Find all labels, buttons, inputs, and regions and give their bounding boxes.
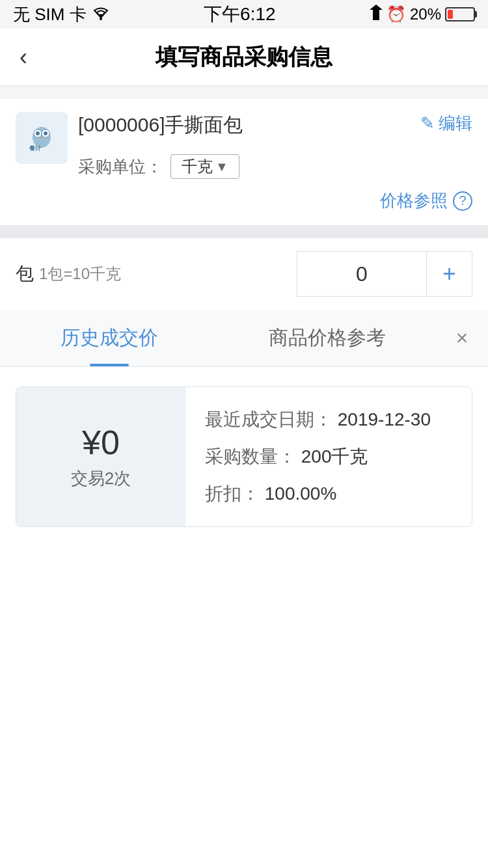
tab-close-button[interactable]: × [436, 310, 488, 366]
product-card: 餐计 [0000006]手撕面包 采购单位： 千克 ▼ ✎ 编辑 [0, 99, 488, 225]
carrier-label: 无 SIM 卡 [13, 3, 87, 26]
price-transactions: 交易2次 [71, 467, 131, 490]
back-button[interactable]: ‹ [13, 37, 34, 77]
tab-product-label: 商品价格参考 [269, 325, 386, 351]
price-details: 最近成交日期： 2019-12-30 采购数量： 200千克 折扣： 100.0… [185, 387, 472, 526]
product-left: 餐计 [0000006]手撕面包 采购单位： 千克 ▼ [16, 112, 243, 179]
recent-date-value: 2019-12-30 [338, 409, 431, 429]
tab-product-price-ref[interactable]: 商品价格参考 [218, 310, 436, 366]
svg-point-0 [100, 18, 102, 20]
status-time: 下午6:12 [204, 2, 276, 27]
price-summary: ¥0 交易2次 [16, 387, 185, 526]
product-unit-row: 采购单位： 千克 ▼ [78, 154, 243, 179]
price-card: ¥0 交易2次 最近成交日期： 2019-12-30 采购数量： 200千克 折… [16, 387, 472, 527]
unit-selector[interactable]: 千克 ▼ [170, 154, 239, 179]
battery-icon [445, 7, 475, 21]
wifi-icon [92, 5, 110, 25]
svg-point-5 [44, 131, 47, 135]
tab-history-label: 历史成交价 [61, 325, 158, 351]
page-title: 填写商品采购信息 [156, 42, 332, 72]
product-header: 餐计 [0000006]手撕面包 采购单位： 千克 ▼ ✎ 编辑 [16, 112, 472, 179]
discount-row: 折扣： 100.00% [205, 481, 452, 506]
tab-history-price[interactable]: 历史成交价 [0, 310, 218, 366]
product-thumbnail: 餐计 [16, 112, 68, 164]
panel-area: 历史成交价 商品价格参考 × ¥0 交易2次 最近成交日期： 2019-12-3… [0, 310, 488, 547]
quantity-row: 包 1包=10千克 + [0, 238, 488, 310]
info-icon: ? [453, 191, 472, 211]
product-info: [0000006]手撕面包 采购单位： 千克 ▼ [78, 112, 243, 179]
purchase-qty-label: 采购数量： [205, 446, 296, 467]
discount-label: 折扣： [205, 483, 260, 504]
plus-icon: + [442, 260, 456, 288]
price-amount: ¥0 [82, 423, 120, 462]
status-left: 无 SIM 卡 [13, 3, 110, 26]
edit-button[interactable]: ✎ 编辑 [420, 112, 472, 135]
location-icon [370, 5, 383, 24]
package-note: 1包=10千克 [39, 264, 121, 284]
quantity-label: 包 1包=10千克 [16, 262, 121, 286]
tabs: 历史成交价 商品价格参考 × [0, 310, 488, 367]
unit-label: 采购单位： [78, 156, 163, 178]
nav-bar: ‹ 填写商品采购信息 [0, 29, 488, 86]
package-label: 包 [16, 262, 34, 286]
price-section: ¥0 交易2次 最近成交日期： 2019-12-30 采购数量： 200千克 折… [0, 367, 488, 547]
product-footer: 价格参照 ? [16, 189, 472, 212]
status-right: ⏰ 20% [370, 5, 475, 24]
unit-value: 千克 [182, 156, 213, 177]
divider-bar [0, 225, 488, 238]
discount-value: 100.00% [265, 483, 337, 504]
alarm-icon: ⏰ [386, 5, 406, 23]
quantity-plus-button[interactable]: + [427, 251, 472, 297]
svg-text:餐计: 餐计 [29, 145, 42, 152]
recent-date-label: 最近成交日期： [205, 409, 332, 429]
product-name: [0000006]手撕面包 [78, 112, 243, 139]
battery-percent: 20% [410, 5, 441, 23]
close-icon: × [456, 326, 468, 350]
recent-date-row: 最近成交日期： 2019-12-30 [205, 407, 452, 432]
edit-icon: ✎ [420, 113, 435, 133]
purchase-qty-row: 采购数量： 200千克 [205, 444, 452, 469]
status-bar: 无 SIM 卡 下午6:12 ⏰ 20% [0, 0, 488, 29]
svg-point-4 [36, 131, 40, 135]
quantity-controls: + [297, 251, 472, 297]
purchase-qty-value: 200千克 [301, 446, 368, 467]
bottom-area [0, 547, 488, 868]
unit-dropdown-arrow: ▼ [215, 159, 228, 174]
edit-label: 编辑 [439, 112, 472, 135]
quantity-input[interactable] [297, 251, 427, 297]
price-ref-button[interactable]: 价格参照 ? [380, 189, 472, 212]
owl-icon: 餐计 [25, 119, 58, 157]
price-ref-label: 价格参照 [380, 189, 448, 212]
